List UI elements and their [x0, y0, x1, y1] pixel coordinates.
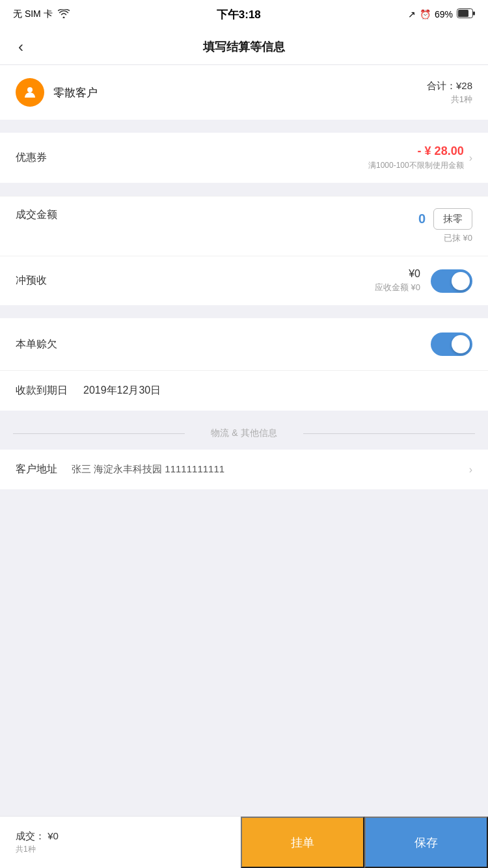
status-left: 无 SIM 卡: [13, 8, 70, 20]
svg-rect-1: [458, 10, 468, 17]
svg-point-3: [27, 87, 33, 92]
customer-name: 零散客户: [53, 85, 98, 100]
address-chevron-icon: ›: [469, 464, 472, 476]
logistics-divider: 物流 & 其他信息: [0, 417, 488, 450]
duedate-row: 收款到期日 2019年12月30日: [0, 370, 488, 411]
transaction-row: 成交金额 0 抹零 已抹 ¥0: [0, 196, 488, 256]
debt-toggle[interactable]: [431, 332, 472, 356]
logistics-label: 物流 & 其他信息: [211, 427, 277, 439]
empty-space: [0, 496, 488, 626]
bottom-info: 成交： ¥0 共1种: [0, 830, 241, 855]
transaction-right: 0 抹零: [418, 208, 472, 230]
coupon-row[interactable]: 优惠券 - ¥ 28.00 满1000-100不限制使用金额 ›: [0, 133, 488, 183]
customer-count: 共1种: [427, 94, 472, 105]
main-content: 零散客户 合计：¥28 共1种 优惠券 - ¥ 28.00 满1000-100不…: [0, 65, 488, 685]
round-off-button[interactable]: 抹零: [433, 208, 472, 230]
duedate-value: 2019年12月30日: [83, 384, 161, 398]
status-bar: 无 SIM 卡 下午3:18 ↗ ⏰ 69%: [0, 0, 488, 29]
debt-label: 本单赊欠: [16, 338, 57, 351]
receivable-amount: 应收金额 ¥0: [375, 282, 420, 293]
section-divider-1: [0, 126, 488, 133]
address-value: 张三 海淀永丰科技园 11111111111: [72, 463, 469, 476]
customer-avatar: [16, 78, 44, 107]
customer-summary: 合计：¥28 共1种: [427, 80, 472, 105]
wifi-icon: [58, 9, 70, 20]
section-divider-2: [0, 189, 488, 196]
prepayment-value: ¥0: [375, 268, 420, 280]
coupon-section: 优惠券 - ¥ 28.00 满1000-100不限制使用金额 ›: [0, 133, 488, 183]
customer-section: 零散客户 合计：¥28 共1种: [0, 65, 488, 120]
address-label: 客户地址: [16, 463, 61, 476]
debt-row: 本单赊欠: [0, 318, 488, 370]
coupon-value: - ¥ 28.00: [368, 144, 464, 158]
address-row[interactable]: 客户地址 张三 海淀永丰科技园 11111111111 ›: [0, 450, 488, 489]
coupon-description: 满1000-100不限制使用金额: [368, 160, 464, 171]
bottom-transaction-value: ¥0: [47, 830, 59, 841]
customer-left: 零散客户: [16, 78, 98, 107]
erased-amount: 已抹 ¥0: [418, 232, 472, 244]
address-section[interactable]: 客户地址 张三 海淀永丰科技园 11111111111 ›: [0, 450, 488, 489]
status-right: ↗ ⏰ 69%: [408, 8, 475, 20]
debt-section: 本单赊欠 收款到期日 2019年12月30日: [0, 318, 488, 411]
divider-line-left: [13, 433, 185, 434]
transaction-value: 0: [418, 211, 426, 226]
bottom-bar: 成交： ¥0 共1种 挂单 保存: [0, 816, 488, 868]
coupon-right: - ¥ 28.00 满1000-100不限制使用金额 ›: [368, 144, 472, 171]
alarm-icon: ⏰: [420, 9, 431, 20]
save-button[interactable]: 保存: [364, 817, 488, 868]
battery-icon: [457, 8, 475, 20]
customer-total: 合计：¥28: [427, 80, 472, 92]
nav-bar: ‹ 填写结算等信息: [0, 29, 488, 65]
divider-line-right: [303, 433, 475, 434]
financial-section: 成交金额 0 抹零 已抹 ¥0 冲预收 ¥0 应收金额 ¥0: [0, 196, 488, 305]
status-time: 下午3:18: [217, 7, 261, 22]
prepayment-label: 冲预收: [16, 274, 47, 288]
back-button[interactable]: ‹: [13, 33, 29, 61]
bottom-transaction-label: 成交：: [16, 830, 45, 841]
location-icon: ↗: [408, 9, 416, 20]
duedate-label: 收款到期日: [16, 384, 68, 398]
hold-button[interactable]: 挂单: [241, 817, 364, 868]
page-title: 填写结算等信息: [203, 39, 285, 55]
coupon-chevron-icon: ›: [469, 152, 472, 164]
svg-rect-2: [473, 12, 475, 16]
prepayment-amounts: ¥0 应收金额 ¥0: [375, 268, 420, 293]
bottom-count: 共1种: [16, 844, 225, 855]
transaction-label: 成交金额: [16, 208, 57, 222]
customer-row: 零散客户 合计：¥28 共1种: [0, 65, 488, 120]
prepayment-toggle[interactable]: [431, 269, 472, 293]
prepayment-right: ¥0 应收金额 ¥0: [375, 268, 472, 293]
coupon-label: 优惠券: [16, 151, 47, 165]
section-divider-3: [0, 312, 488, 318]
battery-label: 69%: [435, 9, 453, 20]
bottom-transaction: 成交： ¥0: [16, 830, 225, 843]
carrier-label: 无 SIM 卡: [13, 8, 53, 20]
prepayment-row: 冲预收 ¥0 应收金额 ¥0: [0, 256, 488, 305]
